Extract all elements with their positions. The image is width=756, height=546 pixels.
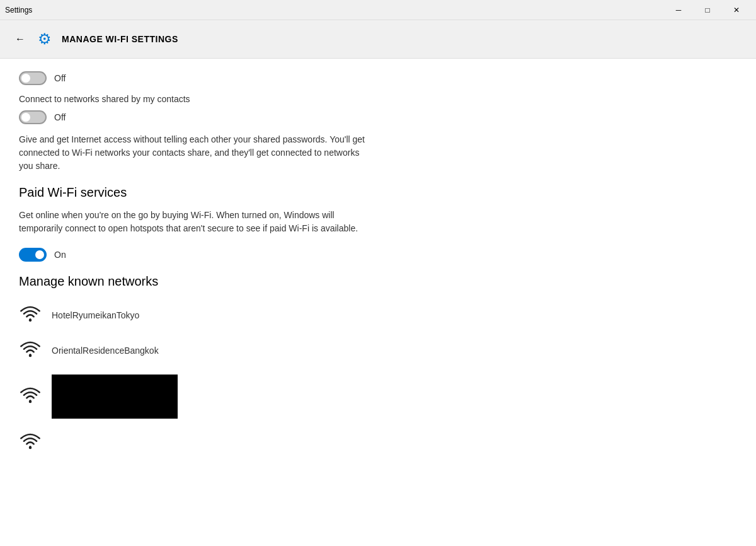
known-networks-heading: Manage known networks <box>19 274 737 289</box>
toggle-row-3: On <box>19 248 737 262</box>
toggle-row-1: Off <box>19 71 737 85</box>
network-name-1: HotelRyumeikanTokyo <box>52 310 139 320</box>
maximize-button[interactable]: □ <box>693 0 722 20</box>
minimize-button[interactable]: ─ <box>664 0 693 20</box>
network-item-3[interactable] <box>19 368 737 425</box>
content-area: Off Connect to networks shared by my con… <box>0 59 756 546</box>
titlebar-title: Settings <box>5 6 32 15</box>
svg-point-0 <box>29 319 32 322</box>
toggle-3-slider <box>19 248 47 262</box>
wifi-icon-4 <box>19 431 42 454</box>
toggle-1-slider <box>19 71 47 85</box>
svg-point-2 <box>29 400 32 404</box>
close-button[interactable]: ✕ <box>722 0 751 20</box>
wifi-icon-2 <box>19 339 42 362</box>
contacts-description: Give and get Internet access without tel… <box>19 133 372 173</box>
toggle-2[interactable] <box>19 110 47 124</box>
network-name-2: OrientalResidenceBangkok <box>52 346 159 356</box>
toggle-2-slider <box>19 110 47 124</box>
network-name-3-redacted <box>52 375 178 419</box>
network-item-1[interactable]: HotelRyumeikanTokyo <box>19 298 737 333</box>
wifi-icon-1 <box>19 304 42 327</box>
toggle-1[interactable] <box>19 71 47 85</box>
toggle-1-label: Off <box>54 73 66 83</box>
toggle-3-label: On <box>54 250 66 260</box>
svg-point-1 <box>29 354 32 357</box>
wifi-icon-3 <box>19 385 42 408</box>
header: ← ⚙ MANAGE WI-FI SETTINGS <box>0 20 756 59</box>
toggle-2-label: Off <box>54 112 66 122</box>
svg-point-3 <box>29 446 32 450</box>
network-item-4[interactable] <box>19 425 737 460</box>
titlebar: Settings ─ □ ✕ <box>0 0 756 20</box>
back-button[interactable]: ← <box>13 31 28 47</box>
connect-contacts-label: Connect to networks shared by my contact… <box>19 94 737 104</box>
paid-wifi-description: Get online when you're on the go by buyi… <box>19 209 372 235</box>
page-title: MANAGE WI-FI SETTINGS <box>62 34 178 44</box>
titlebar-controls: ─ □ ✕ <box>664 0 751 20</box>
titlebar-left: Settings <box>5 6 32 15</box>
gear-icon: ⚙ <box>38 30 52 48</box>
network-item-2[interactable]: OrientalResidenceBangkok <box>19 333 737 368</box>
toggle-3[interactable] <box>19 248 47 262</box>
network-list: HotelRyumeikanTokyo OrientalResidenceBan… <box>19 298 737 460</box>
paid-wifi-heading: Paid Wi-Fi services <box>19 185 737 200</box>
toggle-row-2: Off <box>19 110 737 124</box>
